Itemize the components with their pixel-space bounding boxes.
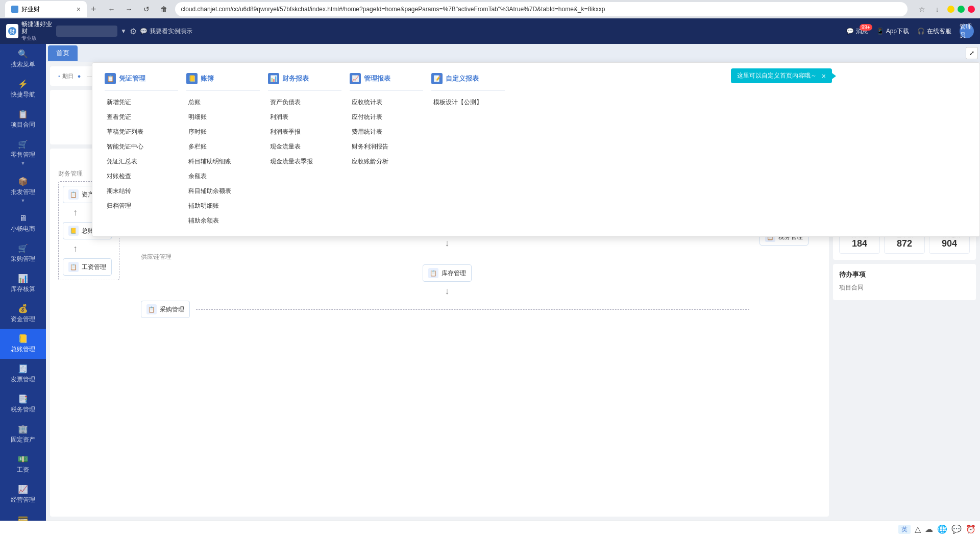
- menu-item-smart-voucher[interactable]: 智能凭证中心: [105, 139, 178, 154]
- menu-item-aux-balance[interactable]: 辅助余额表: [186, 213, 260, 228]
- menu-item-detail-ledger[interactable]: 明细账: [186, 110, 260, 125]
- logo-sub-text: 专业版: [21, 35, 52, 42]
- expand-btn[interactable]: ⤢: [966, 47, 978, 59]
- menu-item-profit-report[interactable]: 财务利润报告: [350, 139, 423, 154]
- taskbar-icon-1[interactable]: △: [915, 524, 921, 534]
- back-btn[interactable]: ←: [105, 2, 119, 16]
- tip-close-btn[interactable]: ×: [822, 72, 826, 80]
- inventory-box[interactable]: 📋 库存管理: [423, 264, 472, 282]
- menu-item-balance[interactable]: 余额表: [186, 169, 260, 184]
- sidebar-item-accounting[interactable]: 📒 总账管理: [0, 329, 46, 359]
- sidebar-shortcut-label: 快捷导航: [2, 90, 44, 99]
- new-tab-btn[interactable]: +: [91, 4, 96, 15]
- win-maximize-btn[interactable]: [958, 6, 965, 13]
- sidebar-item-project[interactable]: 📋 项目合同: [0, 104, 46, 134]
- address-bar[interactable]: [175, 2, 908, 16]
- sidebar-item-tax[interactable]: 📑 税务管理: [0, 389, 46, 419]
- menu-item-multi-ledger[interactable]: 多栏账: [186, 139, 260, 154]
- sidebar-item-salary[interactable]: 💵 工资: [0, 449, 46, 479]
- user-avatar-btn[interactable]: 管理员: [960, 24, 974, 38]
- step-item-0: ● 期日 ●: [58, 72, 83, 80]
- customize-tip: 这里可以自定义首页内容哦～ ×: [731, 68, 832, 83]
- demo-btn[interactable]: 💬 我要看实例演示: [140, 27, 192, 36]
- taskbar-lang-btn[interactable]: 英: [898, 524, 911, 534]
- invoice-icon: 🧾: [2, 364, 44, 374]
- menu-item-view-voucher[interactable]: 查看凭证: [105, 110, 178, 125]
- download-btn[interactable]: ↓: [931, 3, 943, 15]
- sidebar-item-ecommerce[interactable]: 🖥 小畅电商: [0, 209, 46, 238]
- menu-item-payable-stats[interactable]: 应付统计表: [350, 110, 423, 125]
- menu-col-voucher: 📋 凭证管理 新增凭证 查看凭证 草稿凭证列表 智能凭证中心 凭证汇总表 对账检…: [101, 71, 182, 228]
- pending-item-0[interactable]: 项目合同: [839, 281, 970, 294]
- sales-icon: 💳: [2, 515, 44, 521]
- menu-item-receivable-aging[interactable]: 应收账龄分析: [350, 154, 423, 169]
- sidebar-item-search[interactable]: 🔍 搜索菜单: [0, 44, 46, 74]
- sidebar-item-purchase[interactable]: 🛒 采购管理: [0, 238, 46, 268]
- dropdown-menu: 📋 凭证管理 新增凭证 查看凭证 草稿凭证列表 智能凭证中心 凭证汇总表 对账检…: [92, 62, 980, 237]
- top-gear-btn[interactable]: ⚙: [130, 27, 137, 36]
- message-btn[interactable]: 💬 消息 99+: [846, 27, 868, 36]
- menu-item-reconcile[interactable]: 对账检查: [105, 169, 178, 184]
- logo-main-text: 畅捷通好业财: [21, 20, 52, 35]
- menu-item-receivable-stats[interactable]: 应收统计表: [350, 95, 423, 110]
- sidebar-item-retail[interactable]: 🛒 零售管理 ▼: [0, 134, 46, 172]
- menu-item-cash-flow-quarterly[interactable]: 现金流量表季报: [268, 154, 341, 169]
- sidebar-item-fixed[interactable]: 🏢 固定资产: [0, 419, 46, 449]
- refresh-btn[interactable]: ↺: [139, 2, 154, 16]
- menu-item-cash-flow[interactable]: 现金流量表: [268, 139, 341, 154]
- menu-item-subject-balance[interactable]: 科目辅助余额表: [186, 184, 260, 199]
- sidebar-item-shortcut[interactable]: ⚡ 快捷导航: [0, 74, 46, 104]
- main-area: 🔍 搜索菜单 ⚡ 快捷导航 📋 项目合同 🛒 零售管理 ▼ 📦 批发管理 ▼: [0, 44, 980, 521]
- menu-item-template-design[interactable]: 模板设计【公测】: [431, 95, 505, 110]
- forward-btn[interactable]: →: [122, 2, 136, 16]
- home-tab[interactable]: 首页: [48, 45, 78, 61]
- menu-item-draft-voucher[interactable]: 草稿凭证列表: [105, 125, 178, 139]
- salary-box[interactable]: 📋 工资管理: [63, 258, 112, 276]
- retail-icon: 🛒: [2, 139, 44, 149]
- menu-item-aux-detail[interactable]: 辅助明细账: [186, 199, 260, 213]
- taskbar-icon-4[interactable]: 💬: [951, 524, 962, 534]
- taskbar-icon-3[interactable]: 🌐: [937, 524, 947, 534]
- top-dropdown-btn[interactable]: ▼: [120, 28, 127, 35]
- purchase-flow-icon: 📋: [146, 304, 157, 314]
- sidebar-item-finance[interactable]: 💰 资金管理: [0, 299, 46, 329]
- sidebar-item-ops[interactable]: 📈 经营管理: [0, 479, 46, 509]
- sidebar-item-invoice[interactable]: 🧾 发票管理: [0, 359, 46, 389]
- pending-title: 待办事项: [839, 270, 970, 279]
- tab-close-btn[interactable]: ×: [77, 5, 81, 13]
- taskbar-icon-5[interactable]: ⏰: [966, 524, 976, 534]
- menu-item-archive[interactable]: 归档管理: [105, 199, 178, 213]
- browser-right: ☆ ↓: [916, 3, 943, 15]
- menu-item-balance-sheet[interactable]: 资产负债表: [268, 95, 341, 110]
- menu-col-custom-report: 📝 自定义报表 模板设计【公测】: [427, 71, 509, 228]
- service-icon: 🎧: [917, 28, 925, 35]
- menu-item-subject-detail[interactable]: 科目辅助明细账: [186, 154, 260, 169]
- menu-item-voucher-summary[interactable]: 凭证汇总表: [105, 154, 178, 169]
- menu-item-add-voucher[interactable]: 新增凭证: [105, 95, 178, 110]
- sidebar-item-inventory[interactable]: 📊 库存核算: [0, 268, 46, 299]
- search-icon: 🔍: [2, 49, 44, 59]
- menu-item-profit[interactable]: 利润表: [268, 110, 341, 125]
- menu-item-profit-quarterly[interactable]: 利润表季报: [268, 125, 341, 139]
- online-service-btn[interactable]: 🎧 在线客服: [917, 27, 951, 36]
- menu-item-time-ledger[interactable]: 序时账: [186, 125, 260, 139]
- bookmark-btn[interactable]: ☆: [916, 3, 928, 15]
- browser-tab[interactable]: 好业财 ×: [5, 1, 87, 17]
- top-right-actions: 💬 消息 99+ 📱 App下载 🎧 在线客服 管理员: [846, 24, 974, 38]
- done-count: 872: [889, 238, 920, 249]
- win-minimize-btn[interactable]: [947, 6, 954, 13]
- shortcut-icon: ⚡: [2, 79, 44, 89]
- delete-btn[interactable]: 🗑: [157, 2, 171, 16]
- purchase-box[interactable]: 📋 采购管理: [141, 301, 190, 318]
- top-search-input[interactable]: [56, 26, 117, 37]
- inventory-icon: 📊: [2, 274, 44, 283]
- menu-item-cost-stats[interactable]: 费用统计表: [350, 125, 423, 139]
- taskbar-icon-2[interactable]: ☁: [925, 524, 933, 534]
- sidebar-item-wholesale[interactable]: 📦 批发管理 ▼: [0, 172, 46, 209]
- win-close-btn[interactable]: [968, 6, 975, 13]
- menu-item-period-close[interactable]: 期末结转: [105, 184, 178, 199]
- menu-item-general-ledger[interactable]: 总账: [186, 95, 260, 110]
- custom-title: 自定义报表: [446, 74, 479, 83]
- app-download-btn[interactable]: 📱 App下载: [876, 27, 909, 36]
- sidebar-item-sales[interactable]: 💳 小畅报销: [0, 509, 46, 521]
